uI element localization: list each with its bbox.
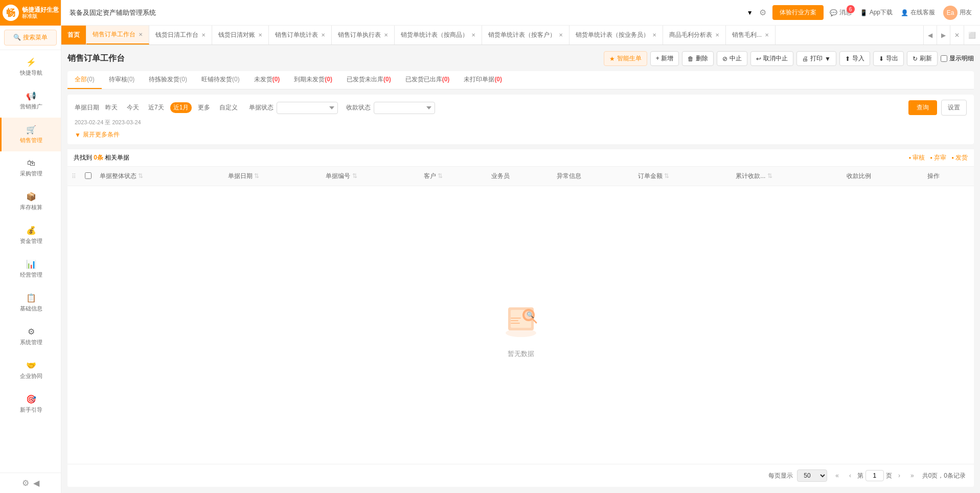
refresh-btn[interactable]: ↻ 刷新 (907, 51, 938, 66)
sort-amount-icon[interactable]: ⇅ (664, 172, 669, 180)
gross-margin-label: 商品毛利分析表 (669, 31, 712, 39)
tab-sales-margin[interactable]: 销售毛利... ✕ (726, 26, 776, 44)
export-btn[interactable]: ⬇ 导出 (873, 51, 904, 66)
next-page-btn[interactable]: › (894, 470, 904, 481)
print-btn[interactable]: 🖨 打印 ▼ (796, 51, 836, 66)
close-order-stats-icon[interactable]: ✕ (321, 32, 325, 38)
query-btn[interactable]: 查询 (908, 100, 937, 115)
expand-conditions-btn[interactable]: ▼ 展开更多条件 (75, 130, 967, 139)
show-detail-checkbox-label[interactable]: 显示明细 (941, 54, 974, 63)
tab-sales-product[interactable]: 销货单统计表（按商品） ✕ (395, 26, 482, 44)
sidebar-item-basic[interactable]: 📋 基础信息 (0, 286, 61, 320)
sort-collected-icon[interactable]: ⇅ (767, 172, 772, 180)
date-opt-1month[interactable]: 近1月 (170, 102, 192, 113)
last-page-btn[interactable]: » (906, 470, 918, 481)
sub-tab-shipped-not-out[interactable]: 已发货未出库(0) (339, 71, 398, 89)
close-order-exec-icon[interactable]: ✕ (384, 32, 388, 38)
sidebar-item-guide[interactable]: 🎯 新手引导 (0, 387, 61, 421)
tab-sales-customer[interactable]: 销货单统计表（按客户） ✕ (482, 26, 569, 44)
tab-gross-margin[interactable]: 商品毛利分析表 ✕ (663, 26, 726, 44)
tab-scroll-right[interactable]: ▶ (937, 26, 950, 45)
solution-btn[interactable]: 体验行业方案 (772, 5, 824, 20)
status-select[interactable] (277, 102, 338, 114)
stop-btn[interactable]: ⊘ 中止 (717, 51, 747, 66)
sidebar-item-system[interactable]: ⚙ 系统管理 (0, 320, 61, 353)
sort-customer-icon[interactable]: ⇅ (438, 172, 443, 180)
delete-btn[interactable]: 🗑 删除 (682, 51, 714, 66)
close-sales-staff-icon[interactable]: ✕ (652, 32, 656, 38)
sidebar-item-sales[interactable]: 🛒 销售管理 (0, 118, 61, 151)
sub-tab-overdue-unshipped[interactable]: 到期未发货(0) (287, 71, 339, 89)
show-detail-checkbox[interactable] (941, 55, 947, 62)
app-download-btn[interactable]: 📱 App下载 (860, 8, 893, 17)
sidebar-item-collab[interactable]: 🤝 企业协同 (0, 353, 61, 387)
add-btn[interactable]: + 新增 (650, 51, 679, 66)
tab-sales-staff[interactable]: 销货单统计表（按业务员） ✕ (569, 26, 663, 44)
th-date-label: 单据日期 (228, 172, 253, 180)
page-size-select[interactable]: 20 50 100 (797, 469, 827, 482)
settings-icon[interactable]: ⚙ (22, 478, 29, 488)
collapse-icon[interactable]: ◀ (33, 478, 39, 488)
export-icon: ⬇ (879, 55, 884, 62)
sub-tab-all[interactable]: 全部(0) (67, 71, 102, 89)
message-btn[interactable]: 💬 消息 6 (830, 8, 852, 17)
first-page-btn[interactable]: « (831, 470, 843, 481)
date-opt-custom[interactable]: 自定义 (216, 102, 241, 113)
review-btn[interactable]: 审核 (908, 153, 925, 162)
payment-select[interactable] (374, 102, 435, 114)
cancel-review-btn[interactable]: 弃审 (930, 153, 946, 162)
sort-number-icon[interactable]: ⇅ (352, 172, 357, 180)
page-total: 共0页，0条记录 (922, 472, 966, 480)
system-dropdown[interactable]: ▼ (747, 9, 753, 16)
page-input[interactable] (865, 470, 884, 481)
prev-page-btn[interactable]: ‹ (845, 470, 855, 481)
sub-tab-shipped-out[interactable]: 已发货已出库(0) (398, 71, 457, 89)
tab-order-exec[interactable]: 销售订单执行表 ✕ (332, 26, 395, 44)
sub-tab-unshipped[interactable]: 未发货(0) (247, 71, 287, 89)
table-wrapper: 共找到 0条 相关单据 审核 弃审 发货 ⠿ (67, 149, 974, 487)
sub-tab-pending-inspect[interactable]: 待拣验发货(0) (142, 71, 194, 89)
sidebar-item-inventory[interactable]: 📦 库存核算 (0, 185, 61, 218)
tab-scroll-left[interactable]: ◀ (923, 26, 937, 45)
tab-close-all[interactable]: ✕ (950, 26, 964, 45)
close-sales-workbench-icon[interactable]: ✕ (139, 32, 143, 37)
sidebar-item-finance[interactable]: 💰 资金管理 (0, 218, 61, 252)
sidebar-item-business[interactable]: 📊 经营管理 (0, 252, 61, 286)
user-area[interactable]: Ea 用友 (943, 6, 972, 20)
select-all-checkbox[interactable] (85, 172, 92, 179)
close-sales-product-icon[interactable]: ✕ (471, 32, 475, 38)
date-opt-more[interactable]: 更多 (195, 102, 213, 113)
setting-btn[interactable]: 设置 (941, 100, 967, 116)
tab-maximize[interactable]: ⬜ (964, 26, 980, 45)
close-gross-margin-icon[interactable]: ✕ (715, 32, 719, 38)
sidebar-item-quick-nav[interactable]: ⚡ 快捷导航 (0, 50, 61, 84)
date-opt-7days[interactable]: 近7天 (145, 102, 167, 113)
sub-tab-shop-pending[interactable]: 旺铺待发货(0) (194, 71, 247, 89)
sort-date-icon[interactable]: ⇅ (254, 172, 259, 180)
tab-order-stats[interactable]: 销售订单统计表 ✕ (269, 26, 332, 44)
stop-icon: ⊘ (722, 55, 727, 62)
tab-cash-daily[interactable]: 钱货日清工作台 ✕ (149, 26, 212, 44)
date-opt-yesterday[interactable]: 昨天 (102, 102, 121, 113)
tab-home[interactable]: 首页 (61, 26, 86, 44)
sidebar-item-purchase[interactable]: 🛍 采购管理 (0, 151, 61, 185)
search-menu-btn[interactable]: 🔍 搜索菜单 (4, 30, 57, 46)
smart-gen-btn[interactable]: ★ 智能生单 (604, 51, 647, 66)
close-reconciliation-icon[interactable]: ✕ (258, 32, 262, 38)
close-sales-margin-icon[interactable]: ✕ (765, 32, 769, 38)
tab-reconciliation[interactable]: 钱货日清对账 ✕ (212, 26, 269, 44)
sub-tab-unprinted[interactable]: 未打印单据(0) (457, 71, 509, 89)
close-sales-customer-icon[interactable]: ✕ (559, 32, 563, 38)
sidebar-item-marketing[interactable]: 📢 营销推广 (0, 84, 61, 118)
cancel-stop-btn[interactable]: ↩ 取消中止 (750, 51, 793, 66)
sort-status-icon[interactable]: ⇅ (138, 172, 143, 180)
close-cash-daily-icon[interactable]: ✕ (201, 32, 206, 38)
date-opt-today[interactable]: 今天 (124, 102, 142, 113)
ship-btn[interactable]: 发货 (951, 153, 968, 162)
tab-sales-workbench[interactable]: 销售订单工作台 ✕ (86, 26, 149, 44)
table-head: ⠿ 单据整体状态 ⇅ 单据日期 ⇅ (67, 167, 974, 186)
import-btn[interactable]: ⬆ 导入 (839, 51, 870, 66)
gear-icon[interactable]: ⚙ (759, 8, 766, 17)
sub-tab-pending-review[interactable]: 待审核(0) (102, 71, 142, 89)
online-service-btn[interactable]: 👤 在线客服 (901, 8, 935, 17)
